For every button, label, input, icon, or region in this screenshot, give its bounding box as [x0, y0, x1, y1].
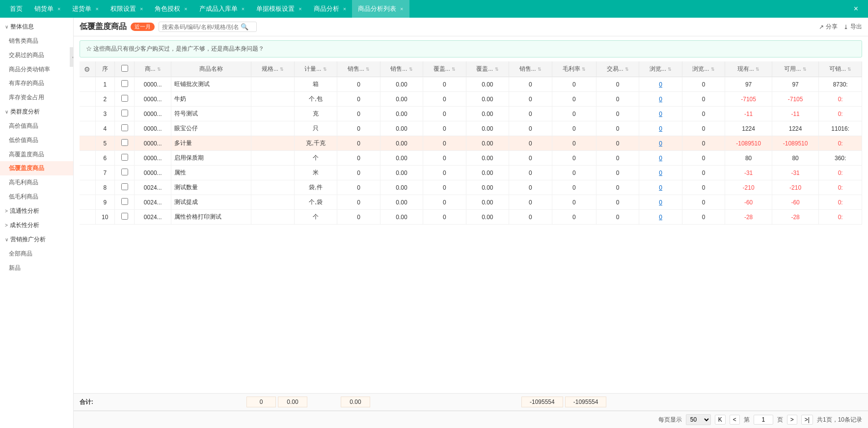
row-browse1[interactable]: 0 — [639, 195, 682, 210]
row-checkbox[interactable] — [115, 107, 135, 121]
row-browse1[interactable]: 0 — [639, 180, 682, 195]
row-checkbox[interactable] — [115, 180, 135, 195]
search-icon[interactable]: 🔍 — [241, 23, 248, 30]
settings-column-header[interactable]: ⚙ — [80, 61, 95, 77]
col-header-browse2[interactable]: 浏览... ⇅ — [682, 61, 725, 77]
row-unit: 个,包 — [294, 92, 337, 107]
sidebar-item-high-coverage[interactable]: 高覆盖度商品 — [0, 147, 73, 162]
sidebar-item-high-value[interactable]: 高价值商品 — [0, 119, 73, 133]
row-browse1[interactable]: 0 — [639, 107, 682, 121]
nav-product-entry-close[interactable]: × — [242, 0, 244, 18]
col-header-available[interactable]: 可用... ⇅ — [772, 61, 819, 77]
nav-role[interactable]: 角色授权 × — [149, 0, 193, 18]
row-browse1[interactable]: 0 — [639, 92, 682, 107]
row-checkbox[interactable] — [115, 210, 135, 225]
nav-purchase[interactable]: 进货单 × — [66, 0, 104, 18]
export-button[interactable]: ⤓ 导出 — [843, 23, 862, 31]
row-available: -11 — [772, 107, 819, 121]
row-unit: 克,千克 — [294, 136, 337, 151]
row-browse1[interactable]: 0 — [639, 210, 682, 225]
col-header-saleable[interactable]: 可销... ⇅ — [819, 61, 862, 77]
col-header-code[interactable]: 商... ⇅ — [135, 61, 171, 77]
sidebar-section-cluster[interactable]: ∨ 类群度分析 — [0, 105, 73, 119]
col-header-current[interactable]: 现有... ⇅ — [725, 61, 772, 77]
sidebar-item-sales-products[interactable]: 销售类商品 — [0, 34, 73, 48]
sidebar-item-category-turnover[interactable]: 商品分类动销率 — [0, 62, 73, 77]
sidebar-item-high-margin[interactable]: 高毛利商品 — [0, 175, 73, 190]
sidebar-section-circulation[interactable]: > 流通性分析 — [0, 204, 73, 218]
row-cover1: 0 — [423, 77, 466, 92]
sidebar-item-low-coverage[interactable]: 低覆盖度商品 — [0, 161, 73, 175]
window-close-button[interactable]: × — [848, 4, 864, 13]
nav-product-analysis-close[interactable]: × — [343, 0, 346, 18]
nav-purchase-close[interactable]: × — [95, 0, 98, 18]
row-sales-qty: 0 — [337, 77, 380, 92]
row-current: -31 — [725, 166, 772, 180]
row-checkbox[interactable] — [115, 151, 135, 166]
row-code: 0000... — [135, 121, 171, 136]
row-gross-rate: 0 — [552, 136, 596, 151]
sidebar-section-overall[interactable]: ∨ 整体信息 — [0, 20, 73, 34]
row-current: 80 — [725, 151, 772, 166]
search-input[interactable] — [162, 24, 241, 30]
nav-sales[interactable]: 销货单 × — [28, 0, 66, 18]
content-area: 低覆盖度商品 近一月 🔍 ↗ 分享 ⤓ 导出 ☆ 这些商品只有很少客户购买过，是… — [74, 18, 868, 428]
sidebar-item-new-products[interactable]: 新品 — [0, 261, 73, 275]
nav-sales-close[interactable]: × — [57, 0, 60, 18]
row-checkbox[interactable] — [115, 92, 135, 107]
col-header-gross-rate[interactable]: 毛利率 ⇅ — [552, 61, 596, 77]
sidebar-item-inventory-capital[interactable]: 库存资金占用 — [0, 90, 73, 105]
nav-permission[interactable]: 权限设置 × — [105, 0, 149, 18]
time-filter-tag[interactable]: 近一月 — [131, 23, 155, 31]
col-header-unit[interactable]: 计量... ⇅ — [294, 61, 337, 77]
col-header-cover2[interactable]: 覆盖... ⇅ — [466, 61, 509, 77]
nav-home[interactable]: 首页 — [4, 0, 28, 18]
sidebar-collapse-button[interactable]: « — [70, 47, 74, 67]
nav-product-entry[interactable]: 产成品入库单 × — [193, 0, 250, 18]
col-header-trade[interactable]: 交易... ⇅ — [596, 61, 639, 77]
row-checkbox[interactable] — [115, 121, 135, 136]
row-saleable: 360: — [819, 151, 862, 166]
row-browse1[interactable]: 0 — [639, 77, 682, 92]
next-page-button[interactable]: > — [787, 415, 797, 425]
sidebar-item-low-margin[interactable]: 低毛利商品 — [0, 190, 73, 204]
row-cover1: 0 — [423, 195, 466, 210]
nav-role-close[interactable]: × — [184, 0, 187, 18]
row-browse1[interactable]: 0 — [639, 151, 682, 166]
sidebar-item-low-value[interactable]: 低价值商品 — [0, 133, 73, 147]
sidebar-item-all-products[interactable]: 全部商品 — [0, 247, 73, 261]
prev-page-button[interactable]: < — [730, 415, 740, 425]
col-header-cover1[interactable]: 覆盖... ⇅ — [423, 61, 466, 77]
page-number-input[interactable] — [754, 415, 773, 425]
row-checkbox[interactable] — [115, 136, 135, 151]
nav-product-analysis[interactable]: 商品分析 × — [308, 0, 352, 18]
row-browse1[interactable]: 0 — [639, 166, 682, 180]
col-header-spec[interactable]: 规格... ⇅ — [251, 61, 294, 77]
row-checkbox[interactable] — [115, 195, 135, 210]
nav-product-analysis-list-close[interactable]: × — [400, 0, 403, 18]
sidebar-item-traded-products[interactable]: 交易过的商品 — [0, 48, 73, 62]
col-header-sales2[interactable]: 销售... ⇅ — [509, 61, 552, 77]
row-sales-amt: 0.00 — [380, 151, 423, 166]
row-browse1[interactable]: 0 — [639, 136, 682, 151]
per-page-label: 每页显示 — [658, 416, 682, 424]
sidebar-section-marketing[interactable]: ∨ 营销推广分析 — [0, 232, 73, 247]
nav-permission-close[interactable]: × — [140, 0, 143, 18]
col-header-browse1[interactable]: 浏览... ⇅ — [639, 61, 682, 77]
sidebar-item-in-stock[interactable]: 有库存的商品 — [0, 76, 73, 90]
nav-template-close[interactable]: × — [298, 0, 301, 18]
nav-product-analysis-list[interactable]: 商品分析列表 × — [352, 0, 409, 18]
row-checkbox[interactable] — [115, 77, 135, 92]
share-button[interactable]: ↗ 分享 — [819, 23, 838, 31]
per-page-select[interactable]: 50 20 100 — [686, 414, 711, 425]
row-browse1[interactable]: 0 — [639, 121, 682, 136]
last-page-button[interactable]: >| — [801, 415, 813, 425]
select-all-checkbox[interactable] — [121, 65, 128, 72]
col-header-sales-amt[interactable]: 销售... ⇅ — [380, 61, 423, 77]
nav-template[interactable]: 单据模板设置 × — [250, 0, 307, 18]
row-checkbox[interactable] — [115, 166, 135, 180]
sidebar-section-growth[interactable]: > 成长性分析 — [0, 218, 73, 232]
row-sales2: 0 — [509, 107, 552, 121]
col-header-sales-qty[interactable]: 销售... ⇅ — [337, 61, 380, 77]
first-page-button[interactable]: K — [715, 415, 726, 425]
